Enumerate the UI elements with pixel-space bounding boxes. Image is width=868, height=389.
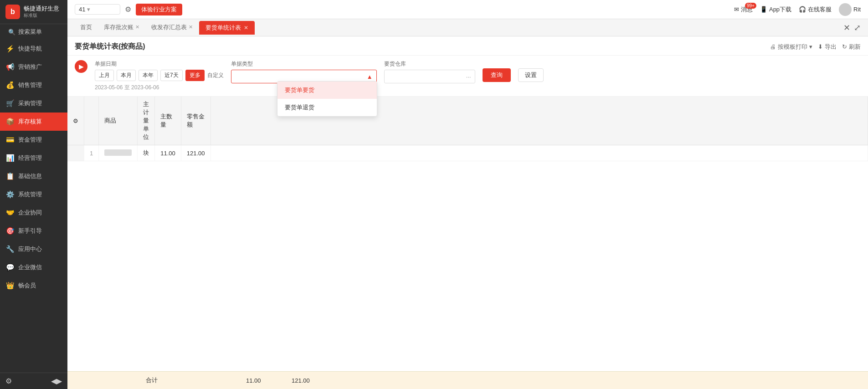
tab-home[interactable]: 首页	[75, 20, 98, 35]
app-name: 畅捷通好生意	[24, 5, 59, 13]
sidebar-item-wechat[interactable]: 💬 企业微信	[0, 258, 67, 276]
refresh-icon: ↻	[842, 43, 847, 50]
data-table-container: ⚙ 商品 主计量单位 主数量 零售金额 1	[67, 97, 868, 371]
sidebar-item-label: 经营管理	[18, 154, 42, 162]
tab-receivable-summary-label: 收发存汇总表	[151, 23, 187, 31]
service-icon: 🎧	[799, 6, 806, 13]
message-button[interactable]: ✉ 消息 99+	[734, 5, 753, 14]
sidebar-item-label: 系统管理	[18, 190, 42, 199]
table-cell-extra	[211, 145, 868, 161]
sales-icon: 💰	[5, 81, 15, 90]
filter-btn-7days[interactable]: 近7天	[160, 70, 183, 81]
purchase-icon: 🛒	[5, 99, 15, 108]
table-header-settings[interactable]: ⚙	[67, 97, 84, 145]
sidebar-item-label: 企业微信	[18, 263, 42, 271]
settings-button[interactable]: 设置	[518, 68, 544, 82]
template-print-button[interactable]: 🖨 按模板打印 ▾	[770, 43, 812, 51]
sidebar-item-sales[interactable]: 💰 销售管理	[0, 76, 67, 94]
sidebar-item-member[interactable]: 👑 畅会员	[0, 276, 67, 295]
footer-quantity: 11.00	[246, 377, 292, 384]
dropdown-item-order-return[interactable]: 要货单退货	[277, 99, 377, 116]
tab-receivable-summary[interactable]: 收发存汇总表 ✕	[146, 20, 198, 35]
sidebar-nav: ⚡ 快捷导航 📢 营销推广 💰 销售管理 🛒 采购管理 📦 库存核算 💳 资金管…	[0, 40, 67, 373]
page-header: 要货单统计表(按商品) 🖨 按模板打印 ▾ ⬇ 导出 ↻ 刷新	[67, 36, 868, 56]
tab-inventory-batch[interactable]: 库存批次账 ✕	[98, 20, 145, 35]
sidebar-item-system[interactable]: ⚙️ 系统管理	[0, 185, 67, 204]
filter-warehouse-select[interactable]: ···	[384, 70, 475, 83]
sidebar-item-label: 营销推广	[18, 63, 42, 71]
wechat-icon: 💬	[5, 263, 15, 272]
sidebar-item-enterprise[interactable]: 🤝 企业协同	[0, 204, 67, 222]
refresh-button[interactable]: ↻ 刷新	[842, 43, 861, 51]
user-avatar[interactable]: Rit	[839, 3, 861, 16]
page-title: 要货单统计表(按商品)	[75, 42, 145, 51]
sidebar-item-finance[interactable]: 💳 资金管理	[0, 131, 67, 149]
type-dropdown: 要货单要货 要货单退货	[277, 81, 377, 117]
sidebar-item-operation[interactable]: 📊 经营管理	[0, 149, 67, 167]
search-icon: 🔍	[8, 29, 15, 36]
online-service-button[interactable]: 🎧 在线客服	[799, 5, 832, 14]
collapse-icon[interactable]: ◀▶	[51, 377, 62, 385]
export-button[interactable]: ⬇ 导出	[818, 43, 837, 51]
sidebar-item-purchase[interactable]: 🛒 采购管理	[0, 94, 67, 113]
page-header-actions: 🖨 按模板打印 ▾ ⬇ 导出 ↻ 刷新	[770, 43, 861, 51]
app-logo: b 畅捷通好生意 标准版	[0, 0, 67, 24]
sidebar-item-label: 销售管理	[18, 81, 42, 89]
tab-close-icon[interactable]: ✕	[135, 24, 139, 30]
filter-warehouse-label: 要货仓库	[384, 60, 475, 68]
sidebar-item-label: 资金管理	[18, 136, 42, 144]
filter-btn-more[interactable]: 更多	[185, 70, 205, 81]
store-name: 41	[79, 6, 85, 13]
table-cell-quantity: 11.00	[155, 145, 181, 161]
dropdown-item-order-goods[interactable]: 要货单要货	[277, 82, 377, 99]
settings-icon[interactable]: ⚙	[5, 377, 12, 385]
sidebar-item-label: 应用中心	[18, 245, 42, 253]
search-menu[interactable]: 🔍 搜索菜单	[0, 24, 67, 40]
sidebar-item-guide[interactable]: 🎯 新手引导	[0, 222, 67, 240]
quick-nav-icon: ⚡	[5, 44, 15, 53]
maximize-button[interactable]: ⤢	[854, 23, 861, 33]
topbar-right: ✉ 消息 99+ 📱 App下载 🎧 在线客服 Rit	[734, 3, 861, 16]
filter-custom-btn[interactable]: 自定义	[207, 72, 224, 79]
app-download-label: App下载	[769, 5, 791, 14]
sidebar-item-app-center[interactable]: 🔧 应用中心	[0, 240, 67, 258]
sidebar-item-inventory[interactable]: 📦 库存核算	[0, 113, 67, 131]
chevron-down-icon: ▾	[87, 6, 90, 13]
table-cell-amount: 121.00	[181, 145, 211, 161]
table-header-amount: 零售金额	[181, 97, 211, 145]
app-center-icon: 🔧	[5, 245, 15, 254]
member-icon: 👑	[5, 281, 15, 290]
app-download-button[interactable]: 📱 App下载	[760, 5, 791, 14]
filter-date-range: 2023-05-06 至 2023-06-06	[95, 84, 224, 92]
basic-icon: 📋	[5, 172, 15, 181]
sidebar-item-label: 库存核算	[18, 118, 42, 126]
tab-order-stats[interactable]: 要货单统计表 ✕	[199, 21, 255, 35]
filter-bar: ▶ 单据日期 上月 本月 本年 近7天 更多 自定义 2023-05-06 至 …	[67, 56, 868, 97]
filter-btn-this-year[interactable]: 本年	[139, 70, 158, 81]
table-cell-num: 1	[84, 145, 99, 161]
sidebar-item-marketing[interactable]: 📢 营销推广	[0, 58, 67, 76]
store-selector[interactable]: 41 ▾	[75, 4, 120, 15]
filter-expand-button[interactable]: ▶	[75, 60, 87, 73]
promo-button[interactable]: 体验行业方案	[136, 4, 182, 15]
query-button[interactable]: 查询	[483, 68, 511, 82]
table-cell-unit: 块	[138, 145, 155, 161]
tabbar-actions: ✕ ⤢	[843, 23, 861, 33]
tab-close-icon[interactable]: ✕	[189, 24, 193, 30]
close-tab-button[interactable]: ✕	[843, 23, 850, 33]
sidebar-item-label: 新手引导	[18, 227, 42, 235]
sidebar-item-quick-nav[interactable]: ⚡ 快捷导航	[0, 40, 67, 58]
filter-type-group: 单据类型 ▲	[231, 60, 377, 83]
app-version: 标准版	[24, 12, 59, 19]
table-cell-index	[67, 145, 84, 161]
tab-inventory-batch-label: 库存批次账	[104, 23, 134, 31]
filter-btn-this-month[interactable]: 本月	[117, 70, 136, 81]
footer-total-label: 合计	[146, 376, 200, 384]
sidebar-item-label: 快捷导航	[18, 45, 42, 53]
ellipsis-icon: ···	[466, 73, 471, 80]
sidebar-item-basic[interactable]: 📋 基础信息	[0, 167, 67, 185]
tabbar: 首页 库存批次账 ✕ 收发存汇总表 ✕ 要货单统计表 ✕ ✕ ⤢	[67, 19, 868, 36]
gear-icon[interactable]: ⚙	[125, 5, 131, 14]
tab-close-icon[interactable]: ✕	[244, 25, 248, 31]
filter-btn-last-month[interactable]: 上月	[95, 70, 114, 81]
